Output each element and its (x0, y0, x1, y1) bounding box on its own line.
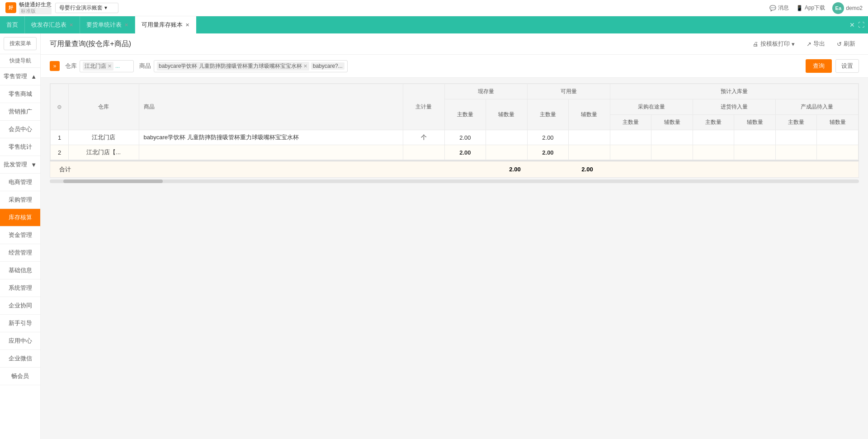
quick-nav-btn[interactable]: 快捷导航 (0, 54, 40, 68)
sidebar-item-retail-stats[interactable]: 零售统计 (0, 138, 40, 156)
export-btn[interactable]: ↗ 导出 (803, 38, 829, 50)
settings-btn[interactable]: 设置 (835, 59, 859, 73)
header-actions: 🖨 按模板打印 ▾ ↗ 导出 ↺ 刷新 (749, 38, 859, 50)
sidebar-item-retail-mgmt[interactable]: 零售管理 ▲ (0, 68, 40, 85)
sidebar-item-enterprise[interactable]: 企业协同 (0, 297, 40, 315)
cell-production-main-1 (775, 130, 817, 145)
close-orders-tab[interactable]: ✕ (124, 22, 128, 28)
maximize-btn[interactable]: ⛶ (858, 22, 864, 28)
th-inbound-main: 主数量 (693, 115, 734, 130)
footer-label: 合计 (50, 165, 104, 174)
message-btn[interactable]: 💬 消息 (769, 4, 789, 12)
sidebar-item-inventory-check[interactable]: 库存核算 (0, 209, 40, 227)
sidebar-item-operations[interactable]: 经营管理 (0, 244, 40, 262)
footer-avail-main: 2.00 (569, 166, 605, 173)
scrollbar-track (50, 178, 859, 187)
refresh-btn[interactable]: ↺ 刷新 (833, 38, 859, 50)
cell-product-2 (139, 145, 403, 160)
settings-icon[interactable]: ⚙ (57, 104, 62, 110)
tab-orders[interactable]: 要货单统计表 ✕ (80, 16, 135, 33)
product-label: 商品 (139, 62, 151, 70)
industry-select[interactable]: 母婴行业演示账套 ▾ (55, 3, 118, 13)
app-download-btn[interactable]: 📱 App下载 (796, 4, 825, 12)
print-icon: 🖨 (753, 41, 759, 47)
sidebar-item-app-center[interactable]: 应用中心 (0, 332, 40, 350)
sidebar-item-marketing[interactable]: 营销推广 (0, 103, 40, 121)
tab-receipts[interactable]: 收发存汇总表 ✕ (25, 16, 80, 33)
download-icon: 📱 (796, 5, 803, 11)
close-receipts-tab[interactable]: ✕ (69, 22, 73, 28)
th-purchase-aux: 辅数量 (651, 115, 693, 130)
sidebar-search: 搜索菜单 (0, 33, 40, 54)
tab-inventory[interactable]: 可用量库存账本 ✕ (135, 16, 196, 33)
sidebar-item-basic-info[interactable]: 基础信息 (0, 262, 40, 279)
th-stock-main: 主数量 (444, 99, 486, 130)
sidebar-item-wholesale-mgmt[interactable]: 批发管理 ▼ (0, 156, 40, 174)
nav-tabs: 首页 收发存汇总表 ✕ 要货单统计表 ✕ 可用量库存账本 ✕ ✕ ⛶ (0, 16, 868, 33)
logo-icon: 好 (5, 2, 16, 13)
cell-production-main-2 (775, 145, 817, 160)
remove-warehouse-tag[interactable]: ✕ (108, 63, 112, 69)
query-btn[interactable]: 查询 (806, 59, 832, 73)
cell-avail-main-1: 2.00 (527, 130, 569, 145)
warehouse-input[interactable]: 江北门店 ✕ ... (80, 60, 134, 72)
cell-avail-main-2: 2.00 (527, 145, 569, 160)
sidebar-item-new-guide[interactable]: 新手引导 (0, 315, 40, 332)
close-window-btn[interactable]: ✕ (849, 22, 855, 28)
cell-inbound-aux-2 (734, 145, 776, 160)
warehouse-tag: 江北门店 ✕ (83, 62, 113, 71)
scrollbar-thumb[interactable] (63, 179, 163, 183)
sidebar-item-vip[interactable]: 畅会员 (0, 368, 40, 385)
sidebar-item-finance[interactable]: 资金管理 (0, 227, 40, 244)
th-production-pending: 产成品待入量 (775, 99, 858, 115)
sidebar: 搜索菜单 快捷导航 零售管理 ▲ 零售商城 营销推广 会员中心 零售统计 批发管… (0, 33, 41, 439)
cell-stock-aux-1 (486, 130, 528, 145)
content-area: 可用量查询(按仓库+商品) 🖨 按模板打印 ▾ ↗ 导出 ↺ 刷新 » (41, 33, 868, 439)
cell-unit-1: 个 (403, 130, 445, 145)
user-menu[interactable]: Ea demo2 (832, 2, 863, 14)
cell-inbound-main-1 (693, 130, 734, 145)
product-input[interactable]: babycare学饮杯 儿童防摔防撞吸管杯重力球吸嘴杯宝宝水杯 ✕ babyca… (154, 60, 348, 72)
filter-expand-btn[interactable]: » (50, 61, 60, 71)
sidebar-item-retail-mall[interactable]: 零售商城 (0, 85, 40, 103)
refresh-icon: ↺ (837, 41, 842, 47)
close-inventory-tab[interactable]: ✕ (185, 22, 189, 28)
table-container: ⚙ 仓库 商品 主计量 现存量 可用量 预计入库量 主数量 辅数量 (50, 83, 859, 160)
th-production-main: 主数量 (775, 115, 817, 130)
cell-stock-aux-2 (486, 145, 528, 160)
print-btn[interactable]: 🖨 按模板打印 ▾ (749, 38, 798, 50)
sidebar-item-ecommerce[interactable]: 电商管理 (0, 174, 40, 191)
nav-win-btns: ✕ ⛶ (845, 22, 868, 28)
table-row: 2 江北门店【... 2.00 2.00 (51, 145, 859, 160)
sidebar-item-purchase[interactable]: 采购管理 (0, 191, 40, 209)
search-menu-btn[interactable]: 搜索菜单 (4, 37, 37, 50)
remove-product-tag-1[interactable]: ✕ (303, 63, 307, 69)
cell-avail-aux-1 (569, 130, 610, 145)
top-bar-left: 好 畅捷通好生意 标准版 母婴行业演示账套 ▾ (5, 1, 118, 15)
filter-actions: 查询 设置 (806, 59, 859, 73)
sidebar-item-sys-mgmt[interactable]: 系统管理 (0, 279, 40, 297)
product-filter: 商品 babycare学饮杯 儿童防摔防撞吸管杯重力球吸嘴杯宝宝水杯 ✕ bab… (139, 60, 348, 72)
cell-unit-2 (403, 145, 445, 160)
th-avail-aux: 辅数量 (569, 99, 610, 130)
cell-seq-1: 1 (51, 130, 69, 145)
cell-product-1: babycare学饮杯 儿童防摔防撞吸管杯重力球吸嘴杯宝宝水杯 (139, 130, 403, 145)
cell-purchase-main-1 (610, 130, 651, 145)
cell-stock-main-2: 2.00 (444, 145, 486, 160)
chevron-down-icon: ▾ (792, 41, 795, 47)
cell-inbound-aux-1 (734, 130, 776, 145)
th-settings[interactable]: ⚙ (51, 84, 69, 130)
th-inbound-aux: 辅数量 (734, 115, 776, 130)
th-stock-aux: 辅数量 (486, 99, 528, 130)
cell-production-aux-2 (817, 145, 859, 160)
table-row: 1 江北门店 babycare学饮杯 儿童防摔防撞吸管杯重力球吸嘴杯宝宝水杯 个… (51, 130, 859, 145)
sidebar-item-enterprise-wechat[interactable]: 企业微信 (0, 350, 40, 368)
warehouse-more[interactable]: ... (115, 63, 120, 69)
tab-home[interactable]: 首页 (0, 16, 25, 33)
export-icon: ↗ (807, 41, 811, 47)
sidebar-item-member[interactable]: 会员中心 (0, 121, 40, 138)
th-purchase-main: 主数量 (610, 115, 651, 130)
page-header: 可用量查询(按仓库+商品) 🖨 按模板打印 ▾ ↗ 导出 ↺ 刷新 (41, 33, 868, 55)
message-icon: 💬 (769, 5, 776, 11)
chevron-icon: ▼ (31, 161, 37, 168)
